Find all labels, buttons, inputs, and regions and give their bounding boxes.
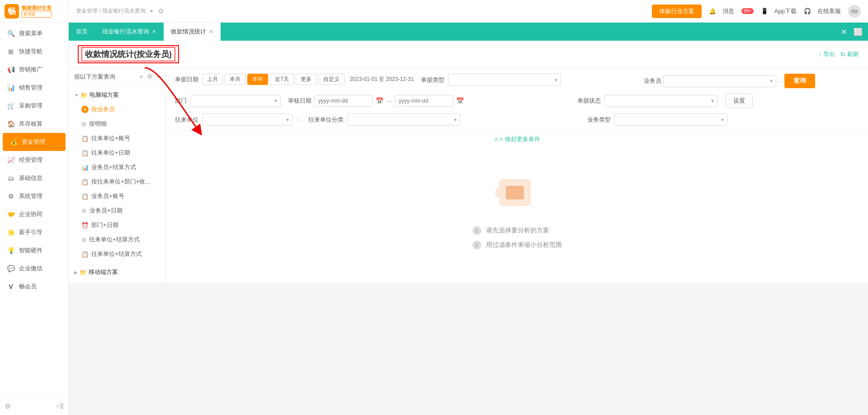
app-download-group[interactable]: 📱 App下载 bbox=[761, 7, 797, 15]
sidebar-item-label: 畅会员 bbox=[19, 283, 37, 291]
scheme-item-by-detail[interactable]: ⊞ 按明细 bbox=[69, 117, 165, 131]
sidebar-item-guide[interactable]: 🌟 新手引导 bbox=[0, 223, 68, 241]
prev-month-btn[interactable]: 上月 bbox=[202, 74, 223, 85]
sidebar-item-inventory[interactable]: 🏠 库存核算 bbox=[0, 115, 68, 133]
scheme-item-salesman-date[interactable]: ⚙ 业务员+日期 bbox=[69, 203, 165, 218]
header-actions: 体验行业方案 🔔 消息 99+ 📱 App下载 🎧 在线客服 Rit bbox=[652, 5, 861, 18]
scheme-group-mobile-title[interactable]: ▶ 📁 移动端方案 bbox=[69, 265, 165, 279]
sidebar-item-basic[interactable]: 🗂 基础信息 bbox=[0, 169, 68, 187]
maximize-icon[interactable]: ⬜ bbox=[853, 26, 863, 37]
house-icon: 🏠 bbox=[6, 119, 15, 128]
sidebar-item-search[interactable]: 🔍 搜索菜单 bbox=[0, 24, 68, 42]
salesman-select-wrapper bbox=[663, 75, 776, 87]
sidebar-item-sales[interactable]: 📊 销售管理 bbox=[0, 79, 68, 97]
tab-close-collection[interactable]: ✕ bbox=[209, 28, 213, 35]
dept-select[interactable] bbox=[190, 95, 281, 107]
biz-type-select[interactable] bbox=[614, 113, 727, 126]
settings-icon[interactable]: ⚙ bbox=[158, 7, 164, 15]
sidebar-item-enterprise[interactable]: 🤝 企业协同 bbox=[0, 205, 68, 223]
export-button[interactable]: ↑ 导出 bbox=[819, 50, 835, 58]
salesman-more-icon[interactable]: ··· bbox=[778, 78, 783, 85]
sidebar-item-label: 营销推广 bbox=[19, 66, 42, 74]
tab-home[interactable]: 首页 bbox=[69, 28, 95, 36]
page-title: 收款情况统计(按业务员) bbox=[81, 47, 175, 61]
trial-button[interactable]: 体验行业方案 bbox=[652, 5, 702, 18]
calendar-start-icon[interactable]: 📅 bbox=[376, 97, 383, 104]
salesman-group: 业务员 ··· 查询 bbox=[644, 74, 859, 88]
empty-illustration bbox=[490, 174, 544, 215]
scheme-item-salesman-account[interactable]: 📋 业务员+账号 bbox=[69, 189, 165, 203]
scheme-item-salesman-settle[interactable]: 📊 业务员+结算方式 bbox=[69, 160, 165, 174]
folder-icon: 📁 bbox=[80, 92, 88, 99]
tab-collection[interactable]: 收款情况统计 ✕ bbox=[164, 23, 221, 41]
biz-type-label: 业务类型 bbox=[587, 116, 611, 124]
doc-type-label: 单据类型 bbox=[421, 76, 444, 84]
tab-close-cashflow[interactable]: ✕ bbox=[152, 28, 156, 35]
sidebar-item-hardware[interactable]: 💡 智能硬件 bbox=[0, 241, 68, 259]
close-window-icon[interactable]: ✕ bbox=[838, 26, 849, 37]
top-header: 资金管理 / 现金银行流水查询 ▾ ⚙ 体验行业方案 🔔 消息 99+ 📱 Ap… bbox=[69, 0, 868, 23]
scheme-item-unit-account[interactable]: 📋 往来单位+账号 bbox=[69, 131, 165, 146]
sidebar-item-label: 系统管理 bbox=[19, 192, 42, 200]
finance-icon: 💰 bbox=[9, 137, 18, 146]
audit-date-start-input[interactable] bbox=[314, 95, 373, 107]
sidebar-item-operations[interactable]: 📈 经营管理 bbox=[0, 151, 68, 169]
dropdown-icon[interactable]: ▾ bbox=[150, 8, 153, 14]
sidebar-item-wechat[interactable]: 💬 企业微信 bbox=[0, 259, 68, 278]
doc-type-select[interactable] bbox=[448, 74, 561, 86]
sidebar-item-marketing[interactable]: 📢 营销推广 bbox=[0, 61, 68, 79]
app-download-label: App下载 bbox=[774, 7, 797, 15]
this-year-btn[interactable]: 本年 bbox=[247, 74, 268, 85]
notification-group[interactable]: 🔔 消息 99+ bbox=[709, 7, 754, 15]
step-num-2: 2 bbox=[472, 241, 481, 250]
scheme-item-by-salesman[interactable]: ● 按业务员 bbox=[69, 102, 165, 117]
doc-status-label: 单据状态 bbox=[577, 97, 601, 105]
scheme-group-desktop: ▼ 📁 电脑端方案 ● 按业务员 ⊞ 按明细 📋 bbox=[69, 86, 165, 263]
unit-select[interactable] bbox=[202, 113, 292, 126]
user-avatar[interactable]: Rit bbox=[848, 5, 861, 18]
sidebar-item-purchase[interactable]: 🛒 采购管理 bbox=[0, 97, 68, 115]
sidebar-item-finance[interactable]: 💰 资金管理 bbox=[3, 133, 66, 151]
step-num-1: 1 bbox=[472, 226, 481, 235]
page-content: 收款情况统计(按业务员) ↑ 导出 ↻ 刷新 按以下方案查询 bbox=[69, 41, 868, 415]
scheme-collapse-icon[interactable]: « bbox=[156, 73, 160, 81]
main-area: 资金管理 / 现金银行流水查询 ▾ ⚙ 体验行业方案 🔔 消息 99+ 📱 Ap… bbox=[69, 0, 868, 415]
salesman-select[interactable] bbox=[663, 75, 776, 87]
sidebar-item-label: 采购管理 bbox=[19, 102, 42, 110]
collapse-sidebar-icon[interactable]: ◁∥ bbox=[56, 402, 64, 410]
scheme-settings-icon[interactable]: ⚙ bbox=[147, 73, 153, 81]
scheme-item-dept-date[interactable]: ⏰ 部门+日期 bbox=[69, 218, 165, 232]
custom-date-btn[interactable]: 自定义 bbox=[318, 74, 344, 85]
scheme-icon-table2: 📋 bbox=[81, 150, 89, 156]
refresh-button[interactable]: ↻ 刷新 bbox=[840, 50, 859, 58]
audit-date-end-input[interactable] bbox=[395, 95, 453, 107]
sidebar-item-member[interactable]: V 畅会员 bbox=[0, 278, 68, 296]
tab-cashflow[interactable]: 现金银行流水查询 ✕ bbox=[95, 23, 164, 41]
handshake-icon: 🤝 bbox=[6, 210, 15, 219]
unit-more-icon[interactable]: ··· bbox=[296, 116, 301, 123]
scheme-item-unit-settle2[interactable]: 📋 往来单位+结算方式 bbox=[69, 247, 165, 261]
logo-badge: 标准版 bbox=[22, 11, 52, 18]
query-button[interactable]: 查询 bbox=[784, 74, 815, 88]
more-date-btn[interactable]: 更多 bbox=[296, 74, 316, 85]
collapse-bar[interactable]: ∧∧ 收起更多条件 bbox=[166, 131, 868, 147]
doc-status-select[interactable] bbox=[604, 95, 717, 107]
step-2-text: 用过滤条件来缩小分析范围 bbox=[486, 241, 562, 249]
scheme-group-desktop-title[interactable]: ▼ 📁 电脑端方案 bbox=[69, 88, 165, 102]
sidebar-item-quick[interactable]: ⊞ 快捷导航 bbox=[0, 42, 68, 61]
calendar-end-icon[interactable]: 📅 bbox=[456, 97, 464, 104]
scheme-add-icon[interactable]: + bbox=[139, 73, 143, 81]
bell-icon: 🔔 bbox=[709, 8, 716, 14]
online-service-group[interactable]: 🎧 在线客服 bbox=[804, 7, 841, 15]
settings-button[interactable]: 设置 bbox=[726, 94, 753, 108]
this-month-btn[interactable]: 本月 bbox=[225, 74, 245, 85]
scheme-item-unit-date[interactable]: 📋 往来单位+日期 bbox=[69, 146, 165, 160]
settings-bottom-icon[interactable]: ⚙ bbox=[5, 402, 11, 410]
sidebar-item-system[interactable]: ⚙ 系统管理 bbox=[0, 187, 68, 205]
scheme-item-unit-settle1[interactable]: ⊞ 往来单位+结算方式 bbox=[69, 232, 165, 247]
scheme-item-unit-dept-collect[interactable]: 📋 按往来单位+部门+收... bbox=[69, 174, 165, 189]
last7-btn[interactable]: 近7天 bbox=[270, 74, 294, 85]
unit-category-select[interactable] bbox=[347, 113, 460, 126]
sidebar-item-label: 基础信息 bbox=[19, 174, 42, 182]
sidebar-item-label: 智能硬件 bbox=[19, 246, 42, 255]
